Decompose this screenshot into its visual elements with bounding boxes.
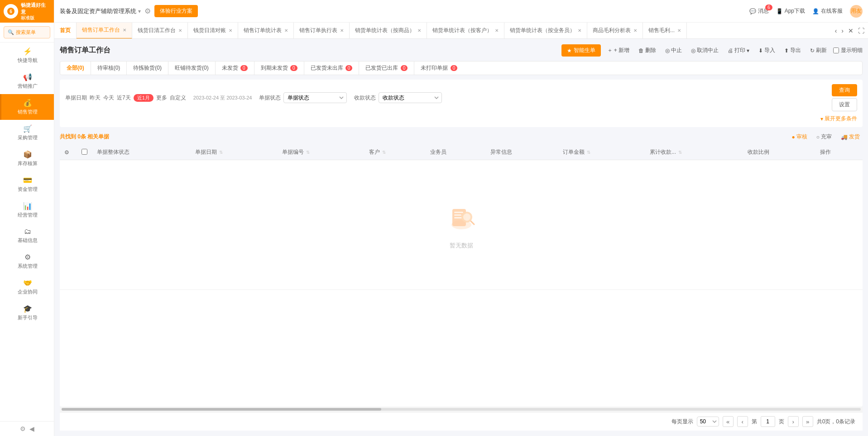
tab-sales-stats[interactable]: 销售订单统计表 ✕ — [238, 23, 294, 39]
print-btn[interactable]: 🖨 打印 ▾ — [725, 45, 752, 56]
sub-tab-expired-not-shipped[interactable]: 到期未发货 0 — [254, 62, 304, 75]
approve-btn[interactable]: ● 审核 — [789, 132, 810, 142]
th-date[interactable]: 单据日期 ⇅ — [191, 145, 278, 160]
abort-btn[interactable]: ◎ 中止 — [662, 45, 685, 56]
sub-tab-wang-ship[interactable]: 旺铺待发货(0) — [168, 62, 216, 75]
tabs-prev-btn[interactable]: ‹ — [833, 26, 839, 35]
tab-gross-profit[interactable]: 商品毛利分析表 ✕ — [587, 23, 643, 39]
sort-number-icon[interactable]: ⇅ — [306, 150, 310, 155]
horizontal-scrollbar[interactable] — [60, 407, 863, 412]
date-more[interactable]: 更多 — [156, 94, 167, 102]
smart-order-btn[interactable]: ★ 智能生单 — [561, 44, 601, 57]
dropdown-icon[interactable]: ▾ — [138, 8, 141, 14]
sidebar-search[interactable]: 🔍 搜索菜单 — [0, 23, 54, 43]
delete-btn[interactable]: 🗑 删除 — [636, 45, 659, 56]
sidebar-item-enterprise[interactable]: 🤝 企业协同 — [0, 274, 54, 300]
page-prev-btn[interactable]: ‹ — [737, 416, 748, 427]
sub-tab-pending-review[interactable]: 待审核(0) — [91, 62, 127, 75]
user-avatar-btn[interactable]: 用友 — [850, 5, 863, 18]
sidebar-item-guide[interactable]: 🎓 新手引导 — [0, 300, 54, 326]
tab-cash-daily[interactable]: 钱货日清工作台 ✕ — [132, 23, 188, 39]
sub-tab-all[interactable]: 全部(0) — [60, 62, 91, 75]
tab-sales-stat-customer[interactable]: 销货单统计表（按客户） ✕ — [427, 23, 504, 39]
th-error[interactable]: 异常信息 — [486, 145, 558, 160]
sub-tab-pending-inspect[interactable]: 待拣验货(0) — [127, 62, 168, 75]
tab-close-sales-stat-customer[interactable]: ✕ — [495, 28, 499, 33]
sub-tab-not-shipped[interactable]: 未发货 0 — [216, 62, 254, 75]
search-menu-button[interactable]: 🔍 搜索菜单 — [4, 26, 50, 38]
tab-cash-reconcile[interactable]: 钱货日清对账 ✕ — [188, 23, 238, 39]
scrollbar-track[interactable] — [62, 408, 861, 411]
sub-tab-shipped-not-out[interactable]: 已发货未出库 0 — [304, 62, 360, 75]
tab-close-sales-stat-product[interactable]: ✕ — [417, 28, 421, 33]
tab-close-sales-exec[interactable]: ✕ — [340, 28, 344, 33]
page-input[interactable] — [761, 416, 775, 427]
page-next-btn[interactable]: › — [788, 416, 799, 427]
th-staff[interactable]: 业务员 — [426, 145, 485, 160]
th-config[interactable]: ⚙ — [60, 145, 76, 160]
trial-btn[interactable]: 体验行业方案 — [154, 5, 198, 17]
sort-date-icon[interactable]: ⇅ — [219, 150, 223, 155]
tab-close-sales-stats[interactable]: ✕ — [284, 28, 288, 33]
th-customer[interactable]: 客户 ⇅ — [364, 145, 426, 160]
sidebar-item-quick-nav[interactable]: ⚡ 快捷导航 — [0, 43, 54, 68]
sidebar-item-sales[interactable]: 💰 销售管理 — [0, 94, 54, 120]
settings-button[interactable]: ⚙ — [20, 425, 26, 432]
query-btn[interactable]: 查询 — [832, 84, 857, 96]
date-yesterday[interactable]: 昨天 — [90, 94, 101, 102]
sidebar-item-finance[interactable]: 💳 资金管理 — [0, 171, 54, 197]
th-amount[interactable]: 订单金额 ⇅ — [558, 145, 645, 160]
date-1month[interactable]: 近1月 — [134, 94, 153, 102]
page-last-btn[interactable]: » — [802, 416, 813, 427]
date-custom[interactable]: 自定义 — [170, 94, 186, 102]
per-page-select[interactable]: 50 20 100 — [697, 417, 719, 427]
unapprove-btn[interactable]: ○ 充审 — [814, 132, 834, 142]
tab-sales-stat-product[interactable]: 销货单统计表（按商品） ✕ — [350, 23, 427, 39]
app-download-btn[interactable]: 📱 App下载 — [776, 7, 805, 15]
tab-close-cash-reconcile[interactable]: ✕ — [229, 28, 232, 33]
refresh-btn[interactable]: ↻ 刷新 — [807, 45, 830, 56]
tab-close-cash-daily[interactable]: ✕ — [178, 28, 182, 33]
tab-sales-workbench[interactable]: 销售订单工作台 ✕ — [77, 23, 132, 39]
show-detail-check[interactable]: 显示明细 — [833, 47, 863, 54]
online-service-btn[interactable]: 👤 在线客服 — [812, 7, 843, 15]
status-select[interactable]: 单据状态 — [283, 92, 347, 103]
sidebar-item-purchase[interactable]: 🛒 采购管理 — [0, 120, 54, 146]
date-today[interactable]: 今天 — [103, 94, 114, 102]
tab-sales-more[interactable]: 销售毛利... ✕ — [643, 23, 687, 39]
sidebar-item-operation[interactable]: 📊 经营管理 — [0, 197, 54, 223]
topbar-gear-icon[interactable]: ⚙ — [144, 7, 151, 15]
message-btn[interactable]: 💬 消息 6 — [749, 7, 769, 15]
page-first-btn[interactable]: « — [723, 416, 734, 427]
show-detail-checkbox[interactable] — [833, 47, 839, 53]
sidebar-item-system[interactable]: ⚙ 系统管理 — [0, 248, 54, 274]
sort-collected-icon[interactable]: ⇅ — [678, 150, 682, 155]
sort-customer-icon[interactable]: ⇅ — [382, 150, 386, 155]
add-btn[interactable]: ＋ + 新增 — [604, 45, 632, 56]
payment-select[interactable]: 收款状态 — [379, 92, 442, 103]
export-btn[interactable]: ⬆ 导出 — [782, 45, 804, 56]
sidebar-item-marketing[interactable]: 📢 营销推广 — [0, 68, 54, 94]
collapse-button[interactable]: ◀ — [29, 425, 34, 432]
tabs-close-all-btn[interactable]: ✕ — [846, 26, 855, 35]
import-btn[interactable]: ⬇ 导入 — [756, 45, 778, 56]
date-7days[interactable]: 近7天 — [117, 94, 131, 102]
select-all-checkbox[interactable] — [82, 149, 87, 155]
ship-btn[interactable]: 🚚 发货 — [838, 132, 863, 142]
cancel-abort-btn[interactable]: ◎ 取消中止 — [688, 45, 721, 56]
tab-home[interactable]: 首页 — [54, 23, 77, 39]
scrollbar-thumb[interactable] — [62, 408, 381, 411]
expand-conditions-btn[interactable]: ▾ 展开更多条件 — [820, 115, 857, 123]
tab-sales-stat-staff[interactable]: 销货单统计表（按业务员） ✕ — [504, 23, 587, 39]
sub-tab-not-printed[interactable]: 未打印单据 0 — [414, 62, 464, 75]
tab-close-sales-workbench[interactable]: ✕ — [123, 28, 126, 33]
tab-close-gross-profit[interactable]: ✕ — [633, 28, 637, 33]
tab-sales-exec[interactable]: 销售订单执行表 ✕ — [294, 23, 350, 39]
sidebar-item-basic-info[interactable]: 🗂 基础信息 — [0, 223, 54, 248]
th-checkbox[interactable] — [76, 145, 92, 160]
th-collected[interactable]: 累计收款... ⇅ — [645, 145, 743, 160]
th-number[interactable]: 单据编号 ⇅ — [278, 145, 364, 160]
sort-amount-icon[interactable]: ⇅ — [587, 150, 590, 155]
tabs-next-btn[interactable]: › — [839, 26, 845, 35]
set-btn[interactable]: 设置 — [832, 98, 857, 111]
